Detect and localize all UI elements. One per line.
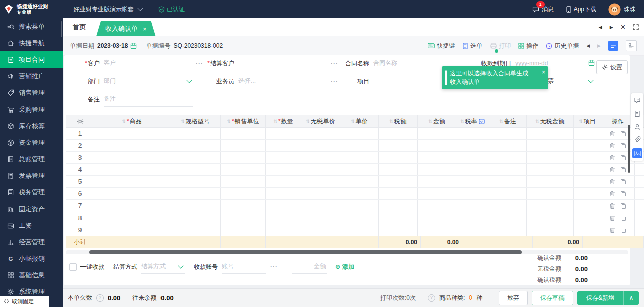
cell-税率[interactable] (456, 188, 489, 199)
more-options-icon[interactable]: ··· (331, 60, 338, 67)
cell-单价[interactable] (340, 188, 379, 199)
copy-row-icon[interactable] (620, 155, 626, 161)
screenshot-tool-icon[interactable] (632, 148, 642, 158)
delete-row-icon[interactable] (609, 131, 615, 137)
sort-icon[interactable]: ⇅ (499, 119, 503, 124)
column-header-单价[interactable]: ⇅单价 (340, 115, 379, 127)
copy-row-icon[interactable] (620, 203, 626, 209)
sidebar-item-project-contract[interactable]: 项目合同 (0, 51, 63, 68)
table-row[interactable]: 5 (66, 176, 644, 188)
cell-数量[interactable] (266, 200, 301, 212)
cell-金额[interactable] (418, 164, 456, 175)
document-helper-icon[interactable] (633, 109, 642, 118)
table-row[interactable]: 3 (66, 152, 644, 164)
cell-税额[interactable] (379, 176, 418, 187)
vertical-scrollbar-thumb[interactable] (628, 125, 630, 173)
sidebar-item-marketing[interactable]: 营销推广 (0, 68, 63, 84)
cell-无税单价[interactable] (301, 224, 340, 236)
column-header-备注[interactable]: ⇅备注 (489, 115, 527, 127)
cell-无税金额[interactable] (527, 152, 574, 163)
cell-销售单位[interactable] (221, 164, 266, 175)
cell-数量[interactable] (266, 212, 301, 224)
salesman-input[interactable]: 选择... (238, 75, 327, 88)
cell-税额[interactable] (379, 152, 418, 163)
cell-备注[interactable] (489, 224, 527, 236)
cell-无税金额[interactable] (527, 200, 574, 212)
cell-税率[interactable] (456, 164, 489, 175)
shortcut-keys-button[interactable]: 快捷键 (428, 42, 455, 50)
cell-数量[interactable] (266, 152, 301, 163)
cell-无税单价[interactable] (301, 188, 340, 199)
cell-备注[interactable] (489, 176, 527, 187)
cell-无税单价[interactable] (301, 212, 340, 224)
cell-金额[interactable] (418, 140, 456, 151)
calendar-icon[interactable] (588, 60, 595, 66)
sidebar-item-search-menu[interactable]: 搜索菜单 (0, 18, 63, 35)
cell-金额[interactable] (418, 188, 456, 199)
cell-无税单价[interactable] (301, 140, 340, 151)
sidebar-item-operations[interactable]: 经营管理 (0, 234, 63, 250)
history-documents-button[interactable]: 历史单据 (546, 42, 579, 50)
sidebar-item-base-info[interactable]: 基础信息 (0, 267, 63, 283)
pick-document-button[interactable]: 选单 (462, 42, 482, 50)
cell-备注[interactable] (489, 212, 527, 224)
cell-项目[interactable] (574, 224, 601, 236)
close-all-tabs-icon[interactable]: × (621, 23, 625, 31)
cell-金额[interactable] (418, 176, 456, 187)
cell-项目[interactable] (574, 152, 601, 163)
sidebar-item-payroll[interactable]: 工资 (0, 217, 63, 234)
sort-icon[interactable]: ⇅ (227, 119, 231, 124)
cell-备注[interactable] (489, 164, 527, 175)
cell-规格型号[interactable] (170, 224, 221, 236)
column-header-数量[interactable]: ⇅*数量 (266, 115, 301, 127)
copy-row-icon[interactable] (620, 227, 626, 233)
add-payment-button[interactable]: ⊕ 添加 (335, 263, 354, 271)
doc-date-value[interactable]: 2023-03-18 (97, 42, 128, 49)
contact-helper-icon[interactable] (633, 122, 642, 131)
cell-单价[interactable] (340, 152, 379, 163)
cell-规格型号[interactable] (170, 212, 221, 224)
cell-税额[interactable] (379, 200, 418, 212)
cell-税率[interactable] (456, 212, 489, 224)
more-options-icon[interactable]: ··· (270, 263, 278, 270)
cell-备注[interactable] (489, 152, 527, 163)
cell-税率[interactable] (456, 224, 489, 236)
column-header-金额[interactable]: ⇅金额 (418, 115, 456, 127)
settle-method-select[interactable]: 结算方式 (141, 260, 185, 274)
cell-税率[interactable] (456, 200, 489, 212)
delete-row-icon[interactable] (609, 143, 615, 149)
cell-数量[interactable] (266, 164, 301, 175)
cell-商品[interactable] (94, 164, 170, 175)
cell-商品[interactable] (94, 224, 170, 236)
delete-row-icon[interactable] (609, 167, 615, 173)
cell-金额[interactable] (418, 212, 456, 224)
close-tab-icon[interactable]: × (143, 25, 147, 33)
cell-项目[interactable] (574, 128, 601, 139)
help-icon[interactable]: ? (96, 294, 104, 302)
cell-无税单价[interactable] (301, 176, 340, 187)
cell-无税单价[interactable] (301, 164, 340, 175)
cell-规格型号[interactable] (170, 176, 221, 187)
table-row[interactable]: 9 (66, 224, 644, 236)
tab-home[interactable]: 首页 (63, 23, 96, 32)
column-header-无税单价[interactable]: ⇅无税单价 (301, 115, 340, 127)
user-menu[interactable]: 珠珠 (608, 3, 636, 16)
cell-金额[interactable] (418, 128, 456, 139)
cell-项目[interactable] (574, 176, 601, 187)
tab-income-confirmation[interactable]: 收入确认单 × (96, 21, 156, 36)
cell-税率[interactable] (456, 152, 489, 163)
save-and-new-button[interactable]: 保存&新增 ∧ (577, 291, 639, 305)
cell-金额[interactable] (418, 152, 456, 163)
column-header-销售单位[interactable]: ⇅*销售单位 (221, 115, 266, 127)
delete-row-icon[interactable] (609, 203, 615, 209)
cell-商品[interactable] (94, 212, 170, 224)
cell-无税单价[interactable] (301, 200, 340, 212)
cell-备注[interactable] (489, 188, 527, 199)
receipt-amount-input[interactable]: 金额 (292, 260, 327, 274)
fullscreen-icon[interactable] (633, 24, 639, 30)
settle-customer-input[interactable] (238, 57, 327, 70)
sidebar-item-expense[interactable]: G小畅报销 (0, 250, 63, 267)
cell-数量[interactable] (266, 128, 301, 139)
cell-无税金额[interactable] (527, 176, 574, 187)
horizontal-scrollbar-thumb[interactable] (89, 250, 522, 254)
